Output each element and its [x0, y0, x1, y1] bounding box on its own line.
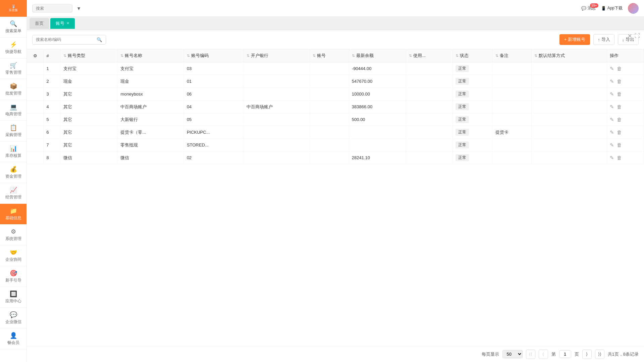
sidebar-label-operations: 经营管理 [5, 194, 21, 200]
cell-note [492, 101, 531, 113]
window-controls: ✕ ⛶ [628, 33, 640, 39]
close-window-icon[interactable]: ✕ [628, 33, 632, 39]
column-status[interactable]: ⇅状态 [453, 49, 493, 62]
cell-type: 其它 [60, 113, 117, 126]
status-badge: 正常 [455, 103, 469, 110]
cell-type: 其它 [60, 101, 117, 113]
column-bank[interactable]: ⇅开户银行 [244, 49, 310, 62]
first-page-button[interactable]: ⟨⟨ [526, 350, 535, 359]
sidebar-item-member[interactable]: 👤畅会员 [0, 328, 26, 349]
cell-account [310, 152, 349, 164]
retail-icon: 🛒 [10, 62, 17, 69]
cell-usage [406, 101, 453, 113]
logo-sub: 乐意版 [9, 8, 18, 12]
cell-name: 中百商场账户 [118, 101, 184, 113]
user-avatar[interactable] [628, 3, 639, 14]
delete-button[interactable]: 🗑 [617, 142, 622, 148]
search-submit-button[interactable]: 🔍 [93, 35, 106, 44]
edit-button[interactable]: ✎ [610, 66, 614, 72]
column-balance[interactable]: ⇅最新余额 [349, 49, 406, 62]
cell-type: 现金 [60, 75, 117, 88]
cell-usage [406, 139, 453, 152]
delete-button[interactable]: 🗑 [617, 104, 622, 110]
tab-close-account[interactable]: ✕ [66, 21, 69, 25]
sidebar-item-retail[interactable]: 🛒零售管理 [0, 58, 26, 79]
column-gear[interactable]: ⚙ [27, 49, 44, 62]
next-page-button[interactable]: ⟩ [582, 350, 592, 359]
page-size-select[interactable]: 102050100 [502, 350, 523, 358]
sidebar-label-enterprise-agreement: 企业协同 [5, 257, 21, 262]
delete-button[interactable]: 🗑 [617, 117, 622, 123]
maximize-window-icon[interactable]: ⛶ [635, 33, 640, 39]
tab-bar: 首页账号✕ [27, 17, 644, 30]
current-page-input[interactable] [559, 350, 571, 358]
column-code[interactable]: ⇅账号编码 [184, 49, 244, 62]
cell-bank [244, 152, 310, 164]
import-button[interactable]: ↑ 导入 [593, 34, 614, 45]
column-default-payment[interactable]: ⇅默认结算方式 [532, 49, 607, 62]
status-badge: 正常 [455, 116, 469, 123]
sidebar-item-basic-info[interactable]: 📁基础信息 [0, 204, 26, 225]
sidebar-label-basic-info: 基础信息 [5, 215, 21, 221]
column-action: 操作 [607, 49, 644, 62]
tab-home[interactable]: 首页 [30, 18, 49, 29]
toolbar: 🔍 + 新增账号 ↑ 导入 ↓ 导出 [27, 30, 644, 49]
edit-button[interactable]: ✎ [610, 78, 614, 84]
quick-nav-icon: ⚡ [10, 41, 17, 48]
sidebar-item-system[interactable]: ⚙系统管理 [0, 225, 26, 245]
column-account[interactable]: ⇅账号 [310, 49, 349, 62]
export-icon: ↓ [622, 37, 625, 42]
finance-icon: 💰 [10, 166, 17, 173]
dropdown-arrow[interactable]: ▼ [76, 6, 81, 11]
column-index: # [44, 49, 60, 62]
column-usage[interactable]: ⇅使用... [406, 49, 453, 62]
column-note[interactable]: ⇅备注 [492, 49, 531, 62]
cell-default-payment [532, 126, 607, 139]
sidebar-label-ecommerce: 电商管理 [5, 111, 21, 117]
cell-name: moneybosx [118, 88, 184, 101]
last-page-button[interactable]: ⟩⟩ [595, 350, 604, 359]
cell-status: 正常 [453, 126, 493, 139]
toolbar-actions: + 新增账号 ↑ 导入 ↓ 导出 [559, 34, 639, 45]
sidebar-item-enterprise-wechat[interactable]: 💬企业微信 [0, 308, 26, 328]
delete-button[interactable]: 🗑 [617, 129, 622, 135]
edit-button[interactable]: ✎ [610, 117, 614, 123]
cell-action: ✎ 🗑 [607, 139, 644, 152]
edit-button[interactable]: ✎ [610, 142, 614, 148]
edit-button[interactable]: ✎ [610, 129, 614, 135]
delete-button[interactable]: 🗑 [617, 78, 622, 84]
row-actions: ✎ 🗑 [610, 78, 641, 84]
account-search-input[interactable] [33, 35, 93, 44]
sidebar-item-operations[interactable]: 📈经营管理 [0, 183, 26, 204]
message-button[interactable]: 💬 消息 99+ [581, 5, 596, 11]
tab-account[interactable]: 账号✕ [50, 18, 75, 29]
sidebar-item-app-center[interactable]: 🔲应用中心 [0, 287, 26, 308]
sidebar-item-finance[interactable]: 💰资金管理 [0, 162, 26, 183]
top-search-input[interactable] [32, 4, 72, 12]
column-type[interactable]: ⇅账号类型 [60, 49, 117, 62]
delete-button[interactable]: 🗑 [617, 155, 622, 161]
table-row: 2 现金 现金 01 547670.00 正常 ✎ 🗑 [27, 75, 644, 88]
column-name[interactable]: ⇅账号名称 [118, 49, 184, 62]
sidebar-item-wholesale[interactable]: 📦批发管理 [0, 79, 26, 100]
edit-button[interactable]: ✎ [610, 104, 614, 110]
sidebar-item-guide[interactable]: 🎯新手引导 [0, 266, 26, 287]
cell-gear [27, 75, 44, 88]
sidebar-label-member: 畅会员 [7, 340, 19, 346]
sidebar-item-search[interactable]: 🔍搜索菜单 [0, 17, 26, 38]
delete-button[interactable]: 🗑 [617, 66, 622, 72]
edit-button[interactable]: ✎ [610, 91, 614, 97]
sidebar-item-inventory[interactable]: 📊库存核算 [0, 141, 26, 162]
app-download-button[interactable]: 📱 App下载 [601, 5, 623, 11]
delete-button[interactable]: 🗑 [617, 91, 622, 97]
add-account-button[interactable]: + 新增账号 [559, 34, 590, 45]
sidebar-item-purchase[interactable]: 📋采购管理 [0, 121, 26, 141]
cell-gear [27, 126, 44, 139]
edit-button[interactable]: ✎ [610, 155, 614, 161]
prev-page-button[interactable]: ⟨ [539, 350, 548, 359]
cell-bank [244, 139, 310, 152]
sidebar-item-quick-nav[interactable]: ⚡快捷导航 [0, 38, 26, 58]
tab-label-account: 账号 [56, 20, 64, 26]
sidebar-item-enterprise-agreement[interactable]: 🤝企业协同 [0, 245, 26, 266]
sidebar-item-ecommerce[interactable]: 💻电商管理 [0, 100, 26, 121]
